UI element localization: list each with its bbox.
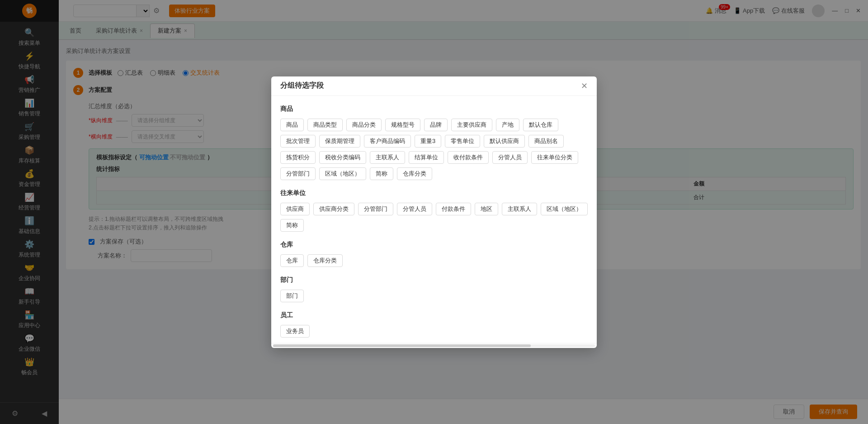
section-title-partner: 往来单位 [280, 189, 588, 197]
field-section-employee: 员工业务员 [280, 311, 588, 338]
field-tag-业务员[interactable]: 业务员 [280, 325, 310, 338]
modal: 分组待选字段 ✕ 商品商品商品类型商品分类规格型号品牌主要供应商产地默认仓库批次… [271, 76, 597, 348]
field-tag-零售单位[interactable]: 零售单位 [445, 135, 480, 148]
section-title-product: 商品 [280, 105, 588, 113]
field-tag-付款条件[interactable]: 付款条件 [436, 203, 471, 215]
field-grid-product: 商品商品类型商品分类规格型号品牌主要供应商产地默认仓库批次管理保质期管理客户商品… [280, 119, 588, 180]
field-tag-保质期管理[interactable]: 保质期管理 [319, 135, 360, 148]
field-tag-分管人员[interactable]: 分管人员 [397, 203, 432, 215]
field-tag-主要供应商[interactable]: 主要供应商 [451, 119, 492, 131]
field-tag-收付款条件[interactable]: 收付款条件 [448, 151, 489, 164]
field-tag-主联系人[interactable]: 主联系人 [370, 151, 405, 164]
field-tag-产地[interactable]: 产地 [496, 119, 519, 131]
field-tag-商品[interactable]: 商品 [280, 119, 304, 131]
field-tag-结算单位[interactable]: 结算单位 [409, 151, 444, 164]
field-tag-区域（地区）[interactable]: 区域（地区） [541, 203, 588, 215]
modal-footer-scroll [271, 343, 597, 348]
field-section-department: 部门部门 [280, 276, 588, 302]
field-tag-批次管理[interactable]: 批次管理 [280, 135, 316, 148]
field-tag-客户商品编码[interactable]: 客户商品编码 [364, 135, 411, 148]
modal-body: 商品商品商品类型商品分类规格型号品牌主要供应商产地默认仓库批次管理保质期管理客户… [271, 96, 597, 343]
field-tag-仓库分类[interactable]: 仓库分类 [307, 254, 343, 267]
section-title-employee: 员工 [280, 311, 588, 319]
modal-overlay: 分组待选字段 ✕ 商品商品商品类型商品分类规格型号品牌主要供应商产地默认仓库批次… [0, 0, 868, 424]
field-tag-分管部门[interactable]: 分管部门 [358, 203, 393, 215]
section-title-warehouse: 仓库 [280, 241, 588, 249]
field-tag-简称[interactable]: 简称 [280, 219, 304, 232]
field-tag-商品类型[interactable]: 商品类型 [307, 119, 343, 131]
field-tag-默认仓库[interactable]: 默认仓库 [523, 119, 558, 131]
field-tag-地区[interactable]: 地区 [475, 203, 498, 215]
field-tag-商品分类[interactable]: 商品分类 [346, 119, 382, 131]
field-tag-区域（地区）[interactable]: 区域（地区） [319, 167, 366, 180]
field-tag-规格型号[interactable]: 规格型号 [385, 119, 420, 131]
h-scroll-thumb[interactable] [273, 344, 531, 347]
field-tag-默认供应商[interactable]: 默认供应商 [484, 135, 525, 148]
field-tag-供应商分类[interactable]: 供应商分类 [313, 203, 354, 215]
field-tag-商品别名[interactable]: 商品别名 [528, 135, 564, 148]
field-tag-供应商[interactable]: 供应商 [280, 203, 310, 215]
section-title-department: 部门 [280, 276, 588, 284]
field-tag-分管人员[interactable]: 分管人员 [492, 151, 528, 164]
field-section-product: 商品商品商品类型商品分类规格型号品牌主要供应商产地默认仓库批次管理保质期管理客户… [280, 105, 588, 180]
field-tag-仓库分类[interactable]: 仓库分类 [397, 167, 432, 180]
field-grid-department: 部门 [280, 290, 588, 302]
field-section-warehouse: 仓库仓库仓库分类 [280, 241, 588, 267]
field-tag-品牌[interactable]: 品牌 [424, 119, 448, 131]
modal-title: 分组待选字段 [280, 81, 324, 91]
field-tag-部门[interactable]: 部门 [280, 290, 304, 302]
modal-header: 分组待选字段 ✕ [271, 76, 597, 96]
field-tag-税收分类编码[interactable]: 税收分类编码 [319, 151, 366, 164]
field-section-partner: 往来单位供应商供应商分类分管部门分管人员付款条件地区主联系人区域（地区）简称 [280, 189, 588, 232]
field-tag-仓库[interactable]: 仓库 [280, 254, 304, 267]
field-grid-warehouse: 仓库仓库分类 [280, 254, 588, 267]
field-tag-主联系人[interactable]: 主联系人 [502, 203, 537, 215]
field-grid-employee: 业务员 [280, 325, 588, 338]
field-tag-简称[interactable]: 简称 [370, 167, 393, 180]
modal-close-button[interactable]: ✕ [581, 81, 588, 91]
field-tag-重量3[interactable]: 重量3 [415, 135, 441, 148]
field-grid-partner: 供应商供应商分类分管部门分管人员付款条件地区主联系人区域（地区）简称 [280, 203, 588, 232]
field-tag-分管部门[interactable]: 分管部门 [280, 167, 316, 180]
field-tag-拣货积分[interactable]: 拣货积分 [280, 151, 316, 164]
h-scroll-track [273, 344, 595, 347]
field-tag-往来单位分类[interactable]: 往来单位分类 [531, 151, 578, 164]
